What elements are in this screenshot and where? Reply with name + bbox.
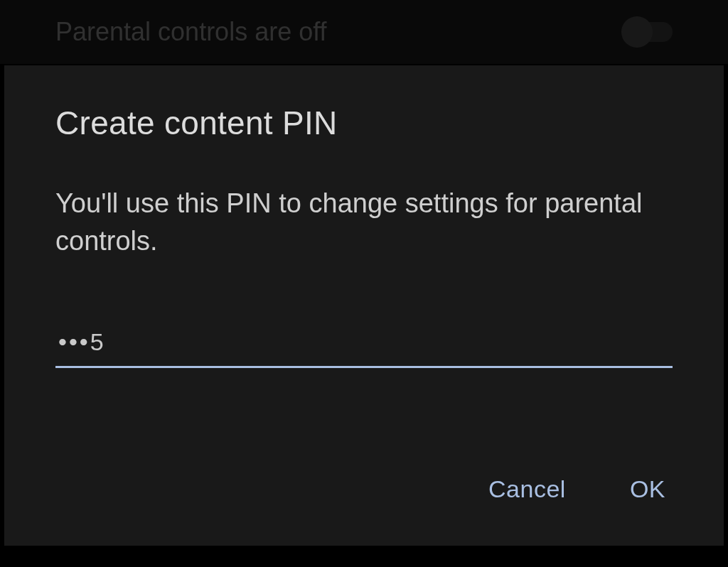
create-pin-dialog: Create content PIN You'll use this PIN t… xyxy=(4,65,724,546)
dialog-title: Create content PIN xyxy=(55,104,673,142)
ok-button[interactable]: OK xyxy=(630,475,665,503)
dialog-body-text: You'll use this PIN to change settings f… xyxy=(55,185,673,260)
cancel-button[interactable]: Cancel xyxy=(488,475,566,503)
pin-input[interactable] xyxy=(55,324,673,368)
dialog-actions: Cancel OK xyxy=(55,475,673,517)
